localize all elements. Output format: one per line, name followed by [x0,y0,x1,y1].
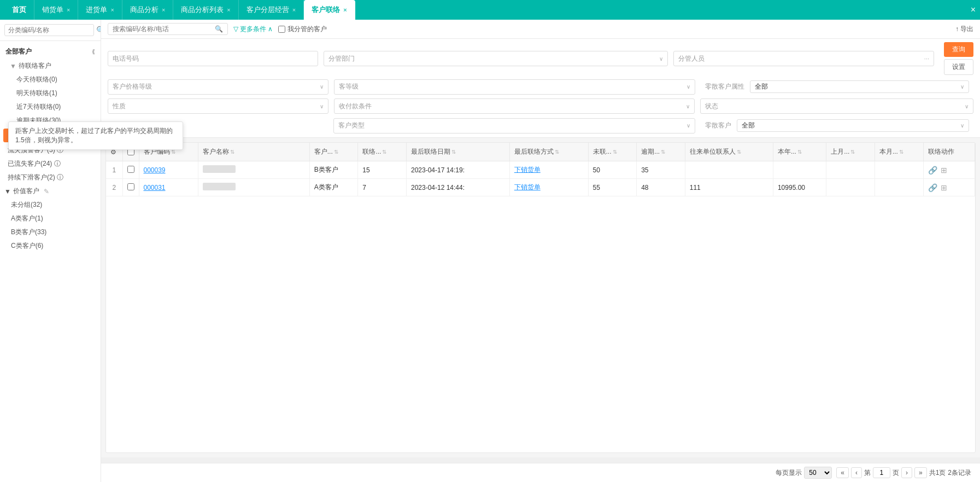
customer-level-filter[interactable]: 客等级 ∨ [334,79,695,95]
contact-link-icon-1[interactable]: 🔗 [928,166,937,175]
last-contact-method-2[interactable]: 下销货单 [509,179,588,196]
last-contact-method-1[interactable]: 下销货单 [509,161,588,179]
close-all-tabs-button[interactable]: × [971,5,976,15]
dept-filter[interactable]: 分管部门 ∨ [324,51,668,66]
value-customer-group[interactable]: ▼ 价值客户 ✎ [0,184,101,198]
nav-home[interactable]: 首页 [4,0,34,20]
retail-attr-value[interactable]: 全部 ∨ [750,80,969,93]
contact-grid-icon-2[interactable]: ⊞ [941,183,947,192]
customer-code-1[interactable]: 000039 [139,161,198,179]
all-customers-header[interactable]: 全部客户 ⟪ [0,44,101,59]
b-class-item[interactable]: B类客户(33) [0,225,101,239]
close-product-analysis-list-icon[interactable]: × [227,7,230,13]
last-month-1 [826,161,875,179]
contacts-per-unit-1 [685,161,773,179]
table-scroll-bar[interactable] [101,457,980,463]
row-checkbox-2[interactable] [122,179,139,196]
filter-actions: 查询 设置 [944,42,973,75]
close-sales-icon[interactable]: × [67,7,70,13]
filter-icon: ▽ [233,25,238,33]
sort-icon: ⇅ [555,149,559,155]
nav-sales[interactable]: 销货单 × [34,0,78,20]
contact-action-col-header: 联络动作 [923,143,975,161]
retail-attr-filter[interactable]: 零散客户属性 全部 ∨ [701,78,973,95]
first-page-button[interactable]: « [836,467,849,478]
unclassified-item[interactable]: 未分组(32) [0,198,101,212]
uncontacted-col-header[interactable]: 未联...⇅ [588,143,637,161]
close-product-analysis-icon[interactable]: × [162,7,165,13]
nav-customer-contact[interactable]: 客户联络 × [304,0,355,20]
per-page-select[interactable]: 50 100 200 [804,467,832,479]
close-purchase-icon[interactable]: × [110,7,114,13]
current-page-input[interactable] [873,467,890,478]
payment-filter[interactable]: 收付款条件 ∨ [334,98,695,114]
left-sidebar: 🔍 全部客户 ⟪ ▼ 待联络客户 今天待联络(0) 明天待联络(1) 近7天 [0,20,101,482]
next-page-button[interactable]: › [901,467,912,478]
c-class-item[interactable]: C类客户(6) [0,239,101,253]
waiting-today-item[interactable]: 今天待联络(0) [5,73,101,86]
phone-filter[interactable]: 电话号码 [108,51,318,66]
sort-icon: ⇅ [797,149,802,155]
manager-filter[interactable]: 分管人员 ··· [673,51,934,66]
nav-customer-tier[interactable]: 客户分层经营 × [239,0,304,20]
pagination-bar: 每页显示 50 100 200 « ‹ 第 页 › » 共1页 2条记录 [101,463,980,482]
sidebar-search-input[interactable] [4,24,94,36]
more-conditions-button[interactable]: ▽ 更多条件 ∧ [233,25,273,34]
my-customers-checkbox[interactable]: 我分管的客户 [278,25,327,34]
contacts-per-unit-2: 111 [685,179,773,196]
retail-customer-filter[interactable]: 零散客户 全部 ∨ [701,117,973,134]
customer-table: ⚙ 客户编码⇅ 客户名称⇅ 客户...⇅ [106,143,975,196]
customer-type-dropdown-icon: ∨ [686,123,690,129]
value-customer-edit-icon[interactable]: ✎ [44,188,49,195]
last-month-2 [826,179,875,196]
contact-action-1: 🔗 ⊞ [923,161,975,179]
setting-button[interactable]: 设置 [944,59,973,75]
continue-decline-item[interactable]: 持续下滑客户(2) ⓘ [0,171,101,184]
overdue-col-header[interactable]: 逾期...⇅ [637,143,685,161]
search-input[interactable] [113,25,212,33]
waiting-contact-title[interactable]: ▼ 待联络客户 [5,59,101,73]
contact-count-col-header[interactable]: 联络...⇅ [358,143,407,161]
last-contact-date-col-header[interactable]: 最后联络日期⇅ [406,143,509,161]
customer-type-filter[interactable]: 客户类型 ∨ [333,118,695,133]
row-checkbox-1[interactable] [122,161,139,179]
customer-name-col-header[interactable]: 客户名称⇅ [198,143,309,161]
nav-product-analysis[interactable]: 商品分析 × [122,0,173,20]
top-navigation: 首页 销货单 × 进货单 × 商品分析 × 商品分析列表 × 客户分层经营 × … [0,0,980,20]
retail-customer-value[interactable]: 全部 ∨ [737,119,969,132]
nav-product-analysis-list[interactable]: 商品分析列表 × [173,0,238,20]
this-year-1 [773,161,826,179]
last-page-button[interactable]: » [914,467,927,478]
this-month-col-header[interactable]: 本月...⇅ [875,143,923,161]
export-button[interactable]: ↑ 导出 [955,25,973,34]
nav-purchase[interactable]: 进货单 × [78,0,122,20]
sort-icon: ⇅ [661,149,665,155]
last-contact-method-col-header[interactable]: 最后联络方式⇅ [509,143,588,161]
contact-grid-icon-1[interactable]: ⊞ [941,166,947,175]
customer-type-col-header[interactable]: 客户...⇅ [309,143,358,161]
contact-link-icon-2[interactable]: 🔗 [928,183,937,192]
filter-row-4: ... 客户类型 ∨ 零散客户 全部 ∨ [108,117,973,134]
value-customer-arrow-icon: ▼ [4,188,11,195]
last-month-col-header[interactable]: 上月...⇅ [826,143,875,161]
waiting-7days-item[interactable]: 近7天待联络(0) [5,100,101,114]
filter-bar-top: 🔍 ▽ 更多条件 ∧ 我分管的客户 ↑ 导出 [101,20,980,39]
prev-page-button[interactable]: ‹ [851,467,862,478]
contacts-per-unit-col-header[interactable]: 往来单位联系人⇅ [685,143,773,161]
sidebar-search-icon[interactable]: 🔍 [96,26,101,34]
gender-filter[interactable]: 性质 ∨ [108,98,328,114]
waiting-tomorrow-item[interactable]: 明天待联络(1) [5,86,101,100]
status-filter[interactable]: 状态 ∨ [700,98,973,114]
close-customer-contact-icon[interactable]: × [343,7,347,13]
customer-code-2[interactable]: 000031 [139,179,198,196]
overdue-2: 48 [637,179,685,196]
a-class-item[interactable]: A类客户(1) [0,212,101,225]
price-level-filter[interactable]: 客户价格等级 ∨ [108,79,328,95]
already-lost-item[interactable]: 已流失客户(24) ⓘ [0,157,101,171]
filter-row-2: 客户价格等级 ∨ 客等级 ∨ 零散客户属性 全部 ∨ [108,78,973,95]
query-button[interactable]: 查询 [944,42,973,57]
close-customer-tier-icon[interactable]: × [292,7,296,13]
my-customers-check[interactable] [278,26,285,33]
uncontacted-1: 50 [588,161,637,179]
this-year-col-header[interactable]: 本年...⇅ [773,143,826,161]
